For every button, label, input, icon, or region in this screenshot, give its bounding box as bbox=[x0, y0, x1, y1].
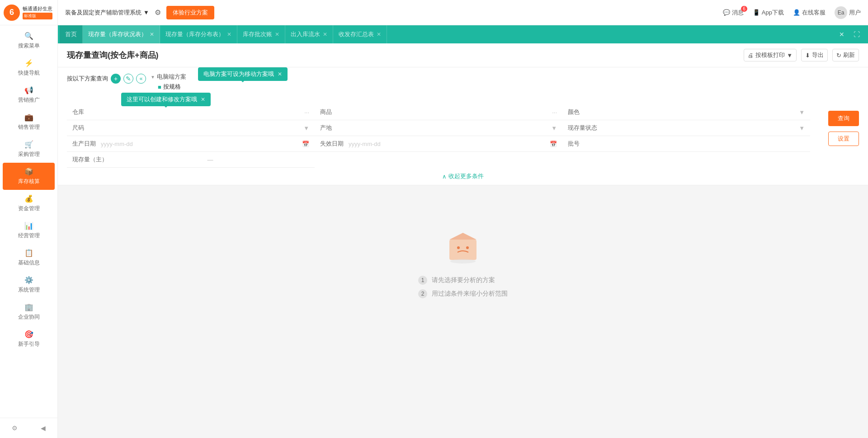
sidebar-item-quicknav[interactable]: ⚡ 快捷导航 bbox=[0, 54, 57, 81]
user-btn[interactable]: Ea 用户 bbox=[835, 6, 861, 19]
warehouse-input[interactable] bbox=[101, 109, 301, 116]
batch-no-input[interactable] bbox=[596, 141, 805, 147]
tab-collect-summary[interactable]: 收发存汇总表 ✕ bbox=[333, 25, 387, 43]
stock-status-input[interactable] bbox=[601, 125, 795, 132]
size-label: 尺码 bbox=[72, 124, 97, 132]
sidebar-item-inventory[interactable]: 📦 库存核算 bbox=[3, 163, 55, 190]
page-actions: 🖨 按模板打印 ▼ ⬇ 导出 ↻ 刷新 bbox=[744, 49, 859, 61]
tab-inventory-dist-label: 现存量（库存分布表） bbox=[165, 30, 224, 38]
app-download-btn[interactable]: 📱 App下载 bbox=[753, 9, 784, 17]
expire-date-input[interactable] bbox=[349, 141, 546, 147]
prod-date-input[interactable] bbox=[101, 141, 298, 147]
tab-in-out-flow[interactable]: 出入库流水 ✕ bbox=[285, 25, 333, 43]
filter-cell-prod-date: 生产日期 📅 bbox=[67, 136, 315, 152]
tab-inventory-status[interactable]: 现存量（库存状况表） ✕ bbox=[83, 25, 160, 43]
tab-close-inventory-dist[interactable]: ✕ bbox=[227, 31, 231, 38]
scheme-tooltip: 电脑方案可设为移动方案哦 ✕ bbox=[198, 67, 288, 81]
step2-text: 用过滤条件来缩小分析范围 bbox=[432, 290, 508, 298]
sidebar-item-finance[interactable]: 💰 资金管理 bbox=[0, 190, 57, 217]
sidebar-item-finance-label: 资金管理 bbox=[18, 205, 40, 212]
origin-input[interactable] bbox=[349, 125, 547, 132]
sidebar-item-system[interactable]: ⚙️ 系统管理 bbox=[0, 271, 57, 298]
filter-row-2: 尺码 ▼ 产地 ▼ bbox=[67, 120, 810, 136]
tab-close-inventory-status[interactable]: ✕ bbox=[150, 31, 154, 38]
svg-point-2 bbox=[457, 246, 460, 249]
stock-main-to[interactable] bbox=[219, 156, 310, 163]
sidebar-item-purchase[interactable]: 🛒 采购管理 bbox=[0, 136, 57, 163]
page-title: 现存量查询(按仓库+商品) bbox=[67, 50, 159, 61]
support-btn[interactable]: 👤 在线客服 bbox=[793, 9, 826, 17]
system-selector[interactable]: 装备及固定资产辅助管理系统 ▼ bbox=[65, 9, 149, 17]
expire-date-label: 失效日期 bbox=[320, 140, 345, 148]
color-icons: ▼ bbox=[799, 109, 805, 116]
tab-batch-account[interactable]: 库存批次账 ✕ bbox=[237, 25, 285, 43]
export-btn[interactable]: ⬇ 导出 bbox=[801, 49, 828, 61]
sidebar-item-operation[interactable]: 📊 经营管理 bbox=[0, 217, 57, 244]
print-btn[interactable]: 🖨 按模板打印 ▼ bbox=[744, 49, 797, 61]
filter-cell-warehouse: 仓库 ··· bbox=[67, 104, 315, 120]
scheme-tooltip-close[interactable]: ✕ bbox=[278, 71, 282, 77]
refresh-btn[interactable]: ↻ 刷新 bbox=[832, 49, 859, 61]
finance-icon: 💰 bbox=[24, 194, 33, 203]
size-input[interactable] bbox=[101, 125, 300, 132]
tab-close-batch-account[interactable]: ✕ bbox=[275, 31, 279, 38]
sidebar-item-marketing[interactable]: 📢 营销推广 bbox=[0, 81, 57, 108]
tab-close-in-out-flow[interactable]: ✕ bbox=[323, 31, 327, 38]
industry-btn[interactable]: 体验行业方案 bbox=[166, 6, 214, 19]
origin-dropdown-icon[interactable]: ▼ bbox=[551, 125, 557, 132]
create-tooltip-close[interactable]: ✕ bbox=[201, 96, 205, 103]
color-input[interactable] bbox=[596, 109, 795, 116]
tab-home[interactable]: 首页 bbox=[60, 25, 83, 43]
search-btn[interactable]: 查询 bbox=[828, 111, 859, 126]
maximize-btn[interactable]: ⛶ bbox=[851, 30, 863, 39]
goods-more-icon[interactable]: ··· bbox=[552, 109, 557, 116]
goods-input[interactable] bbox=[349, 109, 548, 116]
close-all-tabs-btn[interactable]: ✕ bbox=[836, 30, 847, 39]
filter-fields: 仓库 ··· 商品 ··· bbox=[58, 104, 819, 168]
expire-date-icons: 📅 bbox=[550, 141, 557, 147]
sidebar-item-basic[interactable]: 📋 基础信息 bbox=[0, 244, 57, 271]
tab-close-collect-summary[interactable]: ✕ bbox=[377, 31, 381, 38]
filter-cell-stock-main: 现存量（主） — bbox=[67, 152, 315, 168]
set-btn[interactable]: 设置 bbox=[828, 132, 859, 146]
filter-cell-expire-date: 失效日期 📅 bbox=[315, 136, 562, 152]
scheme-mobile-row: ▶ 移动端方案 bbox=[151, 94, 859, 104]
sidebar-item-guide[interactable]: 🎯 新手引导 bbox=[0, 325, 57, 353]
edit-scheme-btn[interactable]: ✎ bbox=[123, 74, 133, 84]
tab-collect-summary-label: 收发存汇总表 bbox=[339, 30, 374, 38]
stock-status-label: 现存量状态 bbox=[568, 124, 597, 132]
size-dropdown-icon[interactable]: ▼ bbox=[303, 125, 309, 132]
collapse-more-btn[interactable]: ∧ 收起更多条件 bbox=[58, 168, 868, 185]
sidebar-item-enterprise[interactable]: 🏢 企业协同 bbox=[0, 298, 57, 325]
page-header: 现存量查询(按仓库+商品) 🖨 按模板打印 ▼ ⬇ 导出 ↻ 刷新 bbox=[58, 43, 868, 67]
more-dots-icon[interactable]: ··· bbox=[304, 109, 309, 116]
page-content: 现存量查询(按仓库+商品) 🖨 按模板打印 ▼ ⬇ 导出 ↻ 刷新 bbox=[58, 43, 868, 438]
add-scheme-btn[interactable]: + bbox=[111, 74, 121, 84]
filter-fields-area: 仓库 ··· 商品 ··· bbox=[58, 104, 868, 168]
create-tooltip-text: 这里可以创建和修改方案哦 bbox=[127, 95, 197, 104]
empty-svg bbox=[440, 221, 486, 267]
tab-home-label: 首页 bbox=[65, 30, 77, 38]
stock-status-dropdown-icon[interactable]: ▼ bbox=[799, 125, 805, 132]
stock-status-icons: ▼ bbox=[799, 125, 805, 132]
stock-main-label: 现存量（主） bbox=[72, 155, 108, 164]
color-dropdown-icon[interactable]: ▼ bbox=[799, 109, 805, 116]
settings-bottom-btn[interactable]: ⚙ bbox=[10, 423, 19, 433]
tab-inventory-dist[interactable]: 现存量（库存分布表） ✕ bbox=[160, 25, 237, 43]
sidebar-item-search[interactable]: 🔍 搜索菜单 bbox=[0, 27, 57, 54]
messages-icon: 💬 bbox=[723, 9, 730, 16]
stock-main-from[interactable] bbox=[111, 156, 202, 163]
expire-date-calendar-icon[interactable]: 📅 bbox=[550, 141, 557, 147]
scheme-sub-text: 按规格 bbox=[163, 83, 181, 91]
app-icon: 📱 bbox=[753, 9, 760, 16]
system-name: 装备及固定资产辅助管理系统 bbox=[65, 9, 142, 17]
collapse-sidebar-btn[interactable]: ◀ bbox=[39, 423, 47, 433]
messages-btn[interactable]: 💬 消息 6 bbox=[723, 9, 744, 17]
prod-date-calendar-icon[interactable]: 📅 bbox=[302, 141, 309, 147]
back-scheme-btn[interactable]: « bbox=[136, 74, 146, 84]
basic-icon: 📋 bbox=[24, 249, 33, 257]
range-separator: — bbox=[206, 156, 215, 163]
sidebar-item-sales[interactable]: 💼 销售管理 bbox=[0, 108, 57, 136]
tab-batch-account-label: 库存批次账 bbox=[243, 30, 272, 38]
gear-icon[interactable]: ⚙ bbox=[155, 8, 161, 17]
